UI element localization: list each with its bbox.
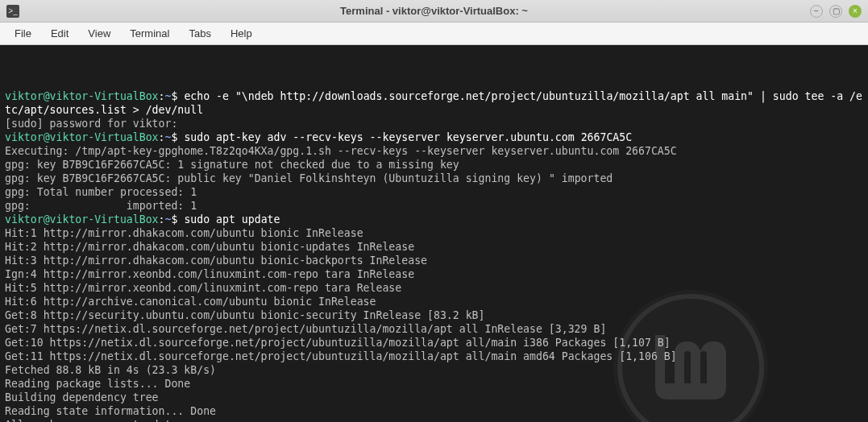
close-button[interactable]: ×	[849, 5, 862, 18]
menubar: File Edit View Terminal Tabs Help	[0, 23, 868, 45]
titlebar: >_ Terminal - viktor@viktor-VirtualBox: …	[0, 0, 868, 23]
terminal-line: Building dependency tree	[5, 391, 863, 404]
terminal-line: [sudo] password for viktor:	[5, 117, 863, 130]
window-controls: − ▢ ×	[810, 5, 862, 18]
terminal-line: gpg: key B7B9C16F2667CA5C: 1 signature n…	[5, 158, 863, 172]
menu-terminal[interactable]: Terminal	[122, 24, 177, 43]
menu-view[interactable]: View	[80, 24, 118, 43]
terminal-line: Hit:3 http://mirror.dhakacom.com/ubuntu …	[5, 254, 863, 267]
terminal-line: Hit:2 http://mirror.dhakacom.com/ubuntu …	[5, 240, 863, 254]
terminal-line: Get:11 https://netix.dl.sourceforge.net/…	[5, 350, 863, 363]
window-title: Terminal - viktor@viktor-VirtualBox: ~	[340, 5, 528, 17]
prompt-symbol: $	[171, 131, 177, 143]
minimize-button[interactable]: −	[810, 5, 823, 18]
prompt-symbol: $	[171, 213, 177, 225]
prompt-colon: :	[159, 131, 165, 143]
prompt-userhost: viktor@viktor-VirtualBox	[5, 131, 159, 143]
terminal-line: viktor@viktor-VirtualBox:~$ sudo apt upd…	[5, 213, 863, 226]
terminal-line: Hit:6 http://archive.canonical.com/ubunt…	[5, 295, 863, 308]
terminal-line: Ign:4 http://mirror.xeonbd.com/linuxmint…	[5, 267, 863, 281]
maximize-button[interactable]: ▢	[829, 5, 842, 18]
menu-tabs[interactable]: Tabs	[181, 24, 218, 43]
menu-file[interactable]: File	[6, 24, 39, 43]
terminal-line: Get:8 http://security.ubuntu.com/ubuntu …	[5, 308, 863, 322]
terminal-line: gpg: Total number processed: 1	[5, 185, 863, 199]
terminal-line: Get:7 https://netix.dl.sourceforge.net/p…	[5, 322, 863, 336]
menu-help[interactable]: Help	[222, 24, 260, 43]
command-text: sudo apt-key adv --recv-keys --keyserver…	[184, 131, 632, 143]
prompt-userhost: viktor@viktor-VirtualBox	[5, 213, 159, 225]
terminal-line: gpg: imported: 1	[5, 199, 863, 213]
terminal-line: Reading state information... Done	[5, 404, 863, 418]
terminal-line: Hit:5 http://mirror.xeonbd.com/linuxmint…	[5, 281, 863, 295]
command-text: sudo apt update	[184, 213, 280, 225]
terminal-line: viktor@viktor-VirtualBox:~$ echo -e "\nd…	[5, 89, 863, 117]
terminal-line: Executing: /tmp/apt-key-gpghome.T8z2qo4K…	[5, 144, 863, 158]
menu-edit[interactable]: Edit	[43, 24, 77, 43]
terminal-content: viktor@viktor-VirtualBox:~$ echo -e "\nd…	[5, 89, 863, 422]
terminal-line: Reading package lists... Done	[5, 377, 863, 391]
terminal-line: Hit:1 http://mirror.dhakacom.com/ubuntu …	[5, 226, 863, 240]
prompt-symbol: $	[171, 90, 177, 102]
terminal-line: All packages are up to date.	[5, 418, 863, 422]
terminal-line: Fetched 88.8 kB in 4s (23.3 kB/s)	[5, 363, 863, 377]
terminal-line: Get:10 https://netix.dl.sourceforge.net/…	[5, 336, 863, 350]
terminal-line: gpg: key B7B9C16F2667CA5C: public key "D…	[5, 172, 863, 185]
terminal-icon: >_	[6, 5, 19, 18]
prompt-colon: :	[159, 213, 165, 225]
terminal-line: viktor@viktor-VirtualBox:~$ sudo apt-key…	[5, 130, 863, 144]
terminal-viewport[interactable]: viktor@viktor-VirtualBox:~$ echo -e "\nd…	[0, 45, 868, 422]
prompt-userhost: viktor@viktor-VirtualBox	[5, 90, 159, 102]
prompt-colon: :	[159, 90, 165, 102]
